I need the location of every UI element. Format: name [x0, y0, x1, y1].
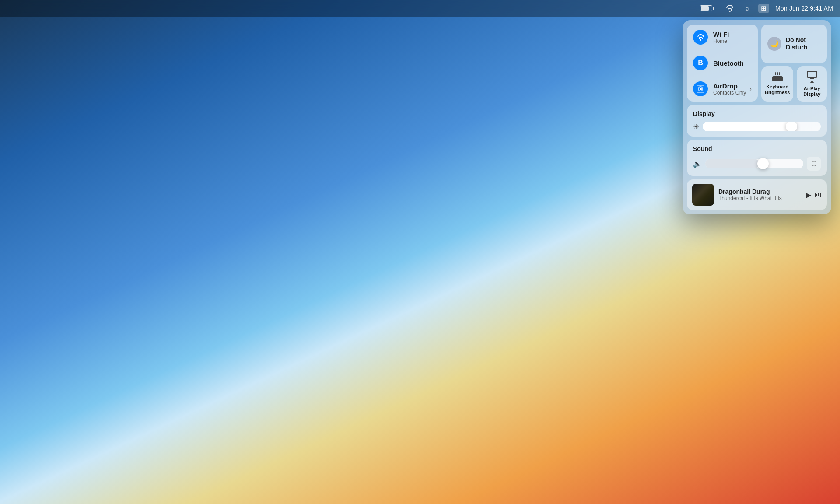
bluetooth-toggle[interactable]: B Bluetooth	[693, 55, 752, 71]
keyboard-brightness-icon	[772, 72, 783, 81]
airdrop-icon	[693, 81, 708, 96]
airplay-audio-icon: ⬡	[811, 160, 817, 168]
now-playing-text: Dragonball Durag Thundercat - It Is What…	[718, 188, 802, 201]
airdrop-row[interactable]: AirDrop Contacts Only ›	[693, 80, 752, 97]
wifi-icon-inner	[696, 34, 704, 41]
bluetooth-label: Bluetooth	[713, 60, 744, 67]
wifi-toggle[interactable]: Wi-Fi Home	[693, 29, 752, 46]
divider-2	[693, 76, 752, 76]
volume-fill	[705, 159, 759, 168]
display-title: Display	[693, 110, 821, 117]
battery-body	[700, 5, 712, 11]
display-section: Display ☀	[687, 105, 827, 136]
volume-thumb[interactable]	[757, 158, 769, 169]
airplay-display-icon	[807, 71, 817, 83]
top-section: Wi-Fi Home B Bluetooth	[687, 24, 827, 102]
airdrop-item: AirDrop Contacts Only	[693, 80, 749, 97]
now-playing-controls: ▶ ⏭	[806, 191, 822, 199]
now-playing-section: Dragonball Durag Thundercat - It Is What…	[687, 179, 827, 210]
display-slider-row: ☀	[693, 122, 821, 131]
keyboard-brightness-tile[interactable]: Keyboard Brightness	[761, 66, 793, 102]
search-menubar-item[interactable]: ⌕	[742, 4, 752, 13]
skip-button[interactable]: ⏭	[815, 191, 822, 199]
do-not-disturb-tile[interactable]: 🌙 Do Not Disturb	[761, 24, 827, 63]
battery-indicator	[697, 4, 717, 12]
wifi-icon	[726, 5, 734, 12]
control-center-icon: ⊞	[761, 4, 766, 12]
wifi-toggle-icon	[693, 30, 708, 45]
battery-fill	[701, 6, 709, 10]
brightness-thumb[interactable]	[786, 122, 797, 131]
airplay-display-tile[interactable]: AirPlay Display	[797, 66, 827, 102]
sound-title: Sound	[693, 145, 821, 152]
wifi-text: Wi-Fi Home	[713, 31, 729, 44]
album-art-image	[692, 184, 714, 206]
small-tiles: Keyboard Brightness AirPlay Display	[761, 66, 827, 102]
control-center-menubar-item[interactable]: ⊞	[758, 4, 769, 13]
brightness-fill	[703, 122, 791, 131]
keyboard-brightness-label: Keyboard Brightness	[765, 84, 790, 95]
volume-icon: 🔈	[693, 160, 702, 168]
connectivity-block: Wi-Fi Home B Bluetooth	[687, 24, 758, 102]
sound-section: Sound 🔈 ⬡	[687, 140, 827, 176]
battery-icon	[700, 5, 714, 11]
wifi-menubar-item[interactable]	[723, 4, 736, 13]
airplay-display-label: AirPlay Display	[800, 86, 823, 97]
now-playing-artist: Thundercat - It Is What It Is	[718, 195, 802, 201]
dnd-label: Do Not Disturb	[786, 36, 821, 51]
sound-row: 🔈 ⬡	[693, 157, 821, 171]
brightness-icon: ☀	[693, 122, 699, 131]
right-col: 🌙 Do Not Disturb	[761, 24, 827, 102]
wifi-arc-medium	[728, 8, 732, 10]
bluetooth-icon: B	[693, 56, 708, 70]
battery-tip	[713, 7, 714, 10]
search-icon: ⌕	[745, 4, 749, 12]
airdrop-label: AirDrop	[713, 82, 746, 90]
dnd-icon: 🌙	[767, 37, 781, 51]
divider-1	[693, 50, 752, 50]
airdrop-sublabel: Contacts Only	[713, 90, 746, 96]
now-playing-title: Dragonball Durag	[718, 188, 802, 195]
airdrop-chevron-icon[interactable]: ›	[749, 85, 752, 92]
airplay-audio-button[interactable]: ⬡	[807, 157, 821, 171]
wifi-label: Wi-Fi	[713, 31, 729, 38]
control-center-panel: Wi-Fi Home B Bluetooth	[682, 20, 831, 214]
wifi-dot	[729, 10, 731, 12]
menubar: ⌕ ⊞ Mon Jun 22 9:41 AM	[0, 0, 840, 17]
wifi-sublabel: Home	[713, 38, 729, 44]
play-button[interactable]: ▶	[806, 191, 811, 199]
volume-slider[interactable]	[705, 159, 803, 168]
menubar-datetime: Mon Jun 22 9:41 AM	[775, 5, 833, 12]
airdrop-text: AirDrop Contacts Only	[713, 82, 746, 96]
album-art	[692, 184, 714, 206]
brightness-slider[interactable]	[703, 122, 821, 131]
